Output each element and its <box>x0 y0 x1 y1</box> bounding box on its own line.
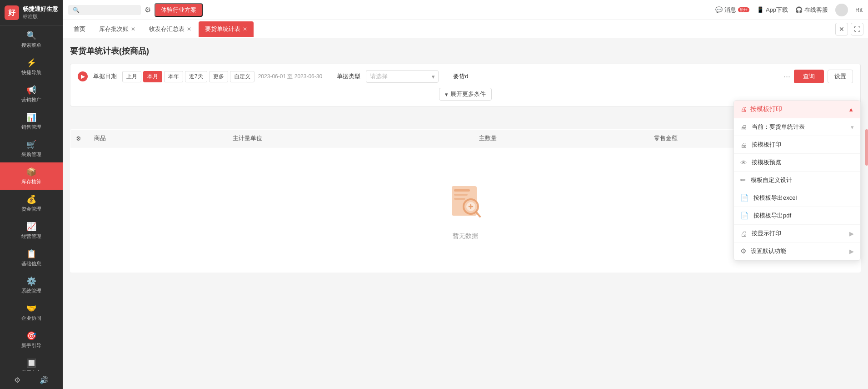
custom-date-button[interactable]: 自定义 <box>230 71 254 82</box>
dropdown-item-template-custom[interactable]: ✏ 模板自定义设计 <box>734 172 860 189</box>
topbar-gear-icon[interactable]: ⚙ <box>145 5 151 14</box>
logo-icon: 好 <box>5 5 19 20</box>
dropdown-item-template-print[interactable]: 🖨 按模板打印 <box>734 136 860 154</box>
user-name[interactable]: Rit <box>855 6 863 13</box>
sidebar-item-search[interactable]: 🔍 搜索菜单 <box>0 26 63 53</box>
more-date-button[interactable]: 更多 <box>209 71 228 82</box>
dropdown-header: 🖨 按模板打印 ▲ <box>734 101 860 118</box>
maximize-button[interactable]: ⛶ <box>851 23 863 35</box>
current-template-icon: 🖨 <box>740 123 747 131</box>
app-download-label: App下载 <box>766 6 788 14</box>
expand-button[interactable]: ▾ 展开更多条件 <box>439 88 492 101</box>
cur-month-button[interactable]: 本月 <box>143 71 162 82</box>
current-template-label: 当前：要货单统计表 <box>752 123 846 131</box>
dropdown-item-display-print[interactable]: 🖨 按显示打印 ▶ <box>734 225 860 242</box>
sidebar-item-inventory[interactable]: 📦 库存核算 <box>0 162 63 190</box>
user-avatar[interactable] <box>835 4 848 16</box>
settings-button[interactable]: 设置 <box>828 70 853 83</box>
settings-bottom-icon[interactable]: ⚙ <box>14 376 20 384</box>
col-settings[interactable]: ⚙ <box>70 130 89 147</box>
more-options-icon[interactable]: ··· <box>783 72 790 81</box>
sidebar-item-basic[interactable]: 📋 基础信息 <box>0 244 63 272</box>
page-title: 要货单统计表(按商品) <box>70 45 861 56</box>
cur-year-button[interactable]: 本年 <box>164 71 183 82</box>
sidebar-item-system[interactable]: ⚙️ 系统管理 <box>0 272 63 299</box>
current-template-arrow-icon: ▾ <box>851 124 854 131</box>
sidebar-item-quick-nav[interactable]: ⚡ 快捷导航 <box>0 53 63 81</box>
topbar-right: 💬 消息 99+ 📱 App下载 🎧 在线客服 Rit <box>715 4 863 16</box>
tab-order-stats-label: 要货单统计表 <box>205 25 240 33</box>
message-button[interactable]: 💬 消息 99+ <box>715 6 749 14</box>
dropdown-up-arrow-icon[interactable]: ▲ <box>848 106 854 113</box>
expand-label: 展开更多条件 <box>450 90 486 98</box>
required-goods-label: 要货d <box>453 72 468 81</box>
close-all-button[interactable]: ✕ <box>835 23 848 35</box>
svg-rect-1 <box>454 189 470 192</box>
dropdown-item-set-default[interactable]: ⚙ 设置默认功能 ▶ <box>734 242 860 260</box>
sidebar-item-label: 基础信息 <box>21 260 41 267</box>
tab-order-stats[interactable]: 要货单统计表 ✕ <box>199 21 254 37</box>
col-quantity: 主数量 <box>474 130 648 147</box>
app-download-icon: 📱 <box>757 6 764 13</box>
set-default-icon: ⚙ <box>740 247 746 255</box>
week7-button[interactable]: 近7天 <box>185 71 207 82</box>
tab-inventory-batch[interactable]: 库存批次账 ✕ <box>93 21 142 37</box>
sidebar-item-label: 系统管理 <box>21 288 41 294</box>
basic-icon: 📋 <box>26 249 36 259</box>
dropdown-item-template-export-excel[interactable]: 📄 按模板导出excel <box>734 189 860 207</box>
template-print-icon: 🖨 <box>740 141 747 149</box>
tab-receipt-summary[interactable]: 收发存汇总表 ✕ <box>143 21 198 37</box>
sidebar-item-guide[interactable]: 🎯 新手引导 <box>0 326 63 354</box>
svg-rect-2 <box>454 194 468 196</box>
topbar-search-box[interactable]: 🔍 <box>68 5 141 15</box>
col-goods: 商品 <box>89 130 227 147</box>
promo-button[interactable]: 体验行业方案 <box>155 3 203 17</box>
dropdown-current-template[interactable]: 🖨 当前：要货单统计表 ▾ <box>734 118 860 136</box>
sidebar-item-label: 营销推广 <box>21 96 41 103</box>
prev-month-button[interactable]: 上月 <box>122 71 141 82</box>
sidebar-item-app-center[interactable]: 🔲 应用中心 <box>0 354 63 371</box>
dropdown-item-template-export-pdf[interactable]: 📄 按模板导出pdf <box>734 207 860 225</box>
date-nav: 上月 本月 本年 近7天 更多 自定义 2023-06-01 至 2023-06… <box>122 71 322 82</box>
empty-icon <box>443 179 488 225</box>
topbar-search-icon: 🔍 <box>73 7 80 13</box>
tab-inventory-batch-close[interactable]: ✕ <box>131 26 135 32</box>
tab-home[interactable]: 首页 <box>67 21 92 37</box>
online-service-button[interactable]: 🎧 在线客服 <box>795 6 828 14</box>
sidebar-item-operations[interactable]: 📈 经营管理 <box>0 217 63 244</box>
query-button[interactable]: 查询 <box>794 70 824 83</box>
tab-actions: ✕ ⛶ <box>835 23 863 35</box>
guide-icon: 🎯 <box>26 331 36 341</box>
template-preview-icon: 👁 <box>740 159 747 167</box>
sidebar: 好 畅捷通好生意 标准版 🔍 搜索菜单 ⚡ 快捷导航 📢 营销推广 📊 销售管理… <box>0 0 63 389</box>
sidebar-item-label: 库存核算 <box>21 178 41 185</box>
scrollbar-thumb[interactable] <box>865 129 868 166</box>
tab-receipt-summary-close[interactable]: ✕ <box>187 26 191 32</box>
sidebar-item-marketing[interactable]: 📢 营销推广 <box>0 81 63 108</box>
close-all-icon: ✕ <box>839 25 844 33</box>
topbar: 🔍 ⚙ 体验行业方案 💬 消息 99+ 📱 App下载 🎧 在线客服 Rit <box>63 0 868 20</box>
col-unit: 主计量单位 <box>227 130 474 147</box>
sidebar-item-finance[interactable]: 💰 资金管理 <box>0 190 63 217</box>
filter-toggle-button[interactable]: ▶ <box>78 71 88 81</box>
app-center-icon: 🔲 <box>26 358 36 368</box>
dropdown-item-template-preview[interactable]: 👁 按模板预览 <box>734 154 860 172</box>
sidebar-item-sales[interactable]: 📊 销售管理 <box>0 108 63 135</box>
message-badge: 99+ <box>738 7 749 12</box>
type-select[interactable]: 请选择 <box>366 70 439 83</box>
type-select-wrapper[interactable]: 请选择 <box>366 70 439 83</box>
finance-icon: 💰 <box>26 194 36 204</box>
system-icon: ⚙️ <box>26 276 36 286</box>
online-service-icon: 🎧 <box>795 6 803 13</box>
tab-order-stats-close[interactable]: ✕ <box>243 26 247 32</box>
template-export-excel-label: 按模板导出excel <box>753 194 797 202</box>
audio-bottom-icon[interactable]: 🔊 <box>40 376 49 384</box>
print-dropdown-menu: 🖨 按模板打印 ▲ 🖨 当前：要货单统计表 ▾ 🖨 按模板打印 👁 按 <box>733 100 861 261</box>
content-area: 要货单统计表(按商品) ▶ 单据日期 上月 本月 本年 近7天 更多 自定义 2… <box>63 38 868 389</box>
expand-arrow-icon: ▾ <box>445 91 448 98</box>
app-download-button[interactable]: 📱 App下载 <box>757 6 788 14</box>
template-custom-icon: ✏ <box>740 176 746 184</box>
sidebar-item-collab[interactable]: 🤝 企业协同 <box>0 299 63 326</box>
sidebar-item-purchase[interactable]: 🛒 采购管理 <box>0 135 63 162</box>
display-print-label: 按显示打印 <box>752 229 781 237</box>
